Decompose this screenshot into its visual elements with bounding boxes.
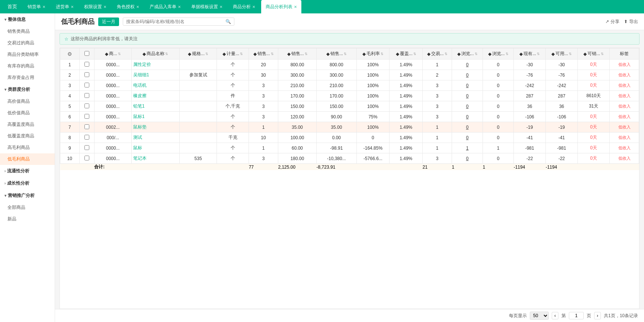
sidebar-item-high-coverage[interactable]: 高覆盖度商品 [0, 119, 55, 130]
col-sale-amount[interactable]: ◆销售...⇅ [317, 48, 356, 60]
sidebar-item-stock-capital[interactable]: 库存资金占用 [0, 72, 55, 83]
sidebar-group-marketing[interactable]: ▾ 营销推广分析 [0, 189, 55, 202]
row-name[interactable]: 电话机 [131, 80, 179, 91]
sidebar-item-high-gross[interactable]: 高毛利商品 [0, 142, 55, 153]
col-saleable[interactable]: ◆可销...⇅ [578, 48, 610, 60]
row-browse1[interactable]: 0 [452, 70, 483, 80]
row-name[interactable]: 鼠标1 [131, 112, 179, 122]
row-checkbox[interactable] [79, 122, 94, 133]
nav-item-permissions[interactable]: 权限设置✕ [80, 0, 111, 13]
row-name[interactable]: 橡皮擦 [131, 91, 179, 101]
row-browse1[interactable]: 0 [452, 122, 483, 133]
close-icon[interactable]: ✕ [220, 5, 222, 9]
row-checkbox[interactable] [79, 70, 94, 80]
row-browse1[interactable]: 0 [452, 91, 483, 101]
sidebar-group-cluster[interactable]: ▾ 类群度分析 [0, 83, 55, 96]
row-name[interactable]: 吴细细1 [131, 70, 179, 80]
sidebar-item-category-rate[interactable]: 商品分类助销率 [0, 49, 55, 60]
sidebar-item-new-goods[interactable]: 新品 [0, 213, 55, 225]
col-trade[interactable]: ◆交易...⇅ [423, 48, 452, 60]
sidebar-item-stock-goods[interactable]: 有库存的商品 [0, 60, 55, 72]
nav-item-analysis-list[interactable]: 商品分析列表✕ [261, 0, 301, 13]
row-checkbox[interactable] [79, 153, 94, 164]
close-icon[interactable]: ✕ [71, 5, 74, 9]
footer-empty2 [79, 164, 94, 170]
col-label[interactable]: 标签 [610, 48, 639, 60]
row-checkbox[interactable] [79, 91, 94, 101]
gear-icon[interactable]: ⚙ [67, 51, 72, 57]
row-checkbox[interactable] [79, 101, 94, 112]
col-spec[interactable]: ◆规格...⇅ [179, 48, 217, 60]
sidebar-item-all-goods[interactable]: 全部商品 [0, 202, 55, 213]
export-button[interactable]: ⬆ 导出 [624, 19, 638, 25]
sidebar-group-growth[interactable]: › 成长性分析 [0, 177, 55, 189]
row-checkbox[interactable] [79, 133, 94, 143]
row-checkbox[interactable] [79, 143, 94, 153]
col-checkbox[interactable] [79, 48, 94, 60]
search-box[interactable]: 🔍 [123, 17, 234, 26]
sidebar-item-traded-goods[interactable]: 交易过的商品 [0, 37, 55, 49]
close-icon[interactable]: ✕ [252, 5, 255, 9]
row-browse1[interactable]: 0 [452, 80, 483, 91]
nav-item-analysis[interactable]: 商品分析✕ [228, 0, 260, 13]
row-name[interactable]: 鼠标 [131, 143, 179, 153]
col-browse1[interactable]: ◆浏览...⇅ [452, 48, 483, 60]
col-browse2[interactable]: ◆浏览...⇅ [483, 48, 514, 60]
close-icon[interactable]: ✕ [103, 5, 106, 9]
page-size-select[interactable]: 50 100 [530, 312, 549, 320]
col-stock[interactable]: ◆现有...⇅ [514, 48, 546, 60]
col-sale-price[interactable]: ◆销售...⇅ [278, 48, 316, 60]
row-checkbox[interactable] [79, 80, 94, 91]
sidebar-item-high-value[interactable]: 高价值商品 [0, 96, 55, 107]
close-icon[interactable]: ✕ [294, 5, 297, 9]
row-saleable: 0天 [578, 112, 610, 122]
page-number-input[interactable] [569, 312, 584, 319]
row-index: 4 [60, 91, 80, 101]
col-settings[interactable]: ⚙ [60, 48, 80, 60]
prev-page-button[interactable]: ‹ [552, 312, 558, 319]
date-filter-button[interactable]: 近一月 [98, 17, 119, 26]
nav-item-sales[interactable]: 销货单✕ [23, 0, 50, 13]
select-all-checkbox[interactable] [84, 51, 89, 56]
row-browse1[interactable]: 0 [452, 112, 483, 122]
sidebar-item-sales-goods[interactable]: 销售类商品 [0, 26, 55, 37]
nav-item-product-entry[interactable]: 产成品入库单✕ [145, 0, 185, 13]
col-sale-qty[interactable]: ◆销售...⇅ [249, 48, 278, 60]
sidebar-group-overall[interactable]: ▾ 整体信息 [0, 13, 55, 26]
col-name[interactable]: ◆商品名称⇅ [131, 48, 179, 60]
row-browse2: 0 [483, 70, 514, 80]
nav-item-template[interactable]: 单据模板设置✕ [187, 0, 227, 13]
row-browse1[interactable]: 0 [452, 60, 483, 70]
close-icon[interactable]: ✕ [178, 5, 181, 9]
row-coverage: 1.49% [390, 153, 423, 164]
row-browse1[interactable]: 1 [452, 143, 483, 153]
nav-item-home[interactable]: 首页 [3, 0, 22, 13]
col-avail[interactable]: ◆可用...⇅ [546, 48, 578, 60]
col-unit[interactable]: ◆计量...⇅ [217, 48, 249, 60]
search-input[interactable] [126, 19, 224, 24]
row-browse1[interactable]: 0 [452, 133, 483, 143]
col-code[interactable]: ◆商...⇅ [94, 48, 131, 60]
row-checkbox[interactable] [79, 60, 94, 70]
search-icon[interactable]: 🔍 [225, 19, 231, 24]
close-icon[interactable]: ✕ [42, 5, 45, 9]
close-icon[interactable]: ✕ [136, 5, 139, 9]
share-button[interactable]: ↗ 分享 [605, 19, 619, 25]
nav-item-roles[interactable]: 角色授权✕ [112, 0, 144, 13]
row-browse1[interactable]: 0 [452, 153, 483, 164]
sidebar-group-flow[interactable]: › 流通性分析 [0, 165, 55, 177]
sidebar-item-low-gross[interactable]: 低毛利商品 [0, 153, 55, 165]
sidebar-item-low-value[interactable]: 低价值商品 [0, 107, 55, 119]
row-name[interactable]: 测试 [131, 133, 179, 143]
col-coverage[interactable]: ◆覆盖...⇅ [390, 48, 423, 60]
next-page-button[interactable]: › [594, 312, 601, 319]
row-name[interactable]: 鼠标垫 [131, 122, 179, 133]
col-gross-rate[interactable]: ◆毛利率⇅ [356, 48, 390, 60]
sidebar-item-low-coverage[interactable]: 低覆盖度商品 [0, 130, 55, 142]
nav-item-purchase[interactable]: 进货单✕ [51, 0, 78, 13]
row-name[interactable]: 笔记本 [131, 153, 179, 164]
row-name[interactable]: 属性定价 [131, 60, 179, 70]
row-browse1[interactable]: 0 [452, 101, 483, 112]
row-name[interactable]: 铅笔1 [131, 101, 179, 112]
row-checkbox[interactable] [79, 112, 94, 122]
